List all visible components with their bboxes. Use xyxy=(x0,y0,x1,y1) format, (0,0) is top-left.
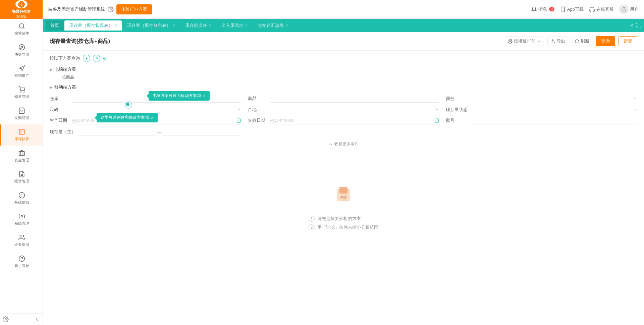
sidebar-item-purchase[interactable]: 采购管理 xyxy=(0,103,43,124)
tab-inventory-dist[interactable]: 现存量（库存分布表） × xyxy=(122,20,180,31)
sidebar-item-basic-info[interactable]: 基础信息 xyxy=(0,188,43,209)
tab-home[interactable]: 首页 xyxy=(46,20,64,31)
app-download-item[interactable]: App下载 xyxy=(560,6,584,12)
sidebar-item-quick-nav[interactable]: 快捷导航 xyxy=(0,40,43,61)
scheme-desktop-sub-label: 按商品 xyxy=(62,74,74,80)
color-select[interactable] xyxy=(468,95,637,102)
sidebar-item-sales[interactable]: 销售管理 xyxy=(0,82,43,103)
svg-point-2 xyxy=(19,24,24,28)
dot-indicator xyxy=(126,103,129,106)
sidebar-item-marketing[interactable]: 营销推广 xyxy=(0,61,43,82)
svg-point-7 xyxy=(24,92,24,93)
tab-inventory-status-close[interactable]: × xyxy=(115,23,117,28)
tab-receive-send[interactable]: 收发存汇总表 × xyxy=(253,20,293,31)
tab-close-all-icon[interactable]: × xyxy=(630,22,633,29)
logo-icon: 6 xyxy=(15,0,28,8)
sidebar-item-finance[interactable]: 资金管理 xyxy=(0,146,43,167)
stock-status-select[interactable] xyxy=(470,106,637,113)
online-support-item[interactable]: 在线客服 xyxy=(589,6,614,12)
quantity-from-input[interactable] xyxy=(78,128,156,136)
sidebar-bottom xyxy=(0,313,43,325)
tree-mobile-expand-icon[interactable]: ▶ xyxy=(50,85,52,90)
main-content: 装备及固定资产辅助管理系统 体验行业方案 消息 9 App下载 在线客服 xyxy=(43,0,644,325)
scheme-mobile-label: 移动端方案 xyxy=(54,84,76,90)
sidebar: 6 畅通好生意 标准版 搜索菜单 快捷导航 营销推广 销售管理 采购管理 xyxy=(0,0,43,325)
sidebar-item-inventory[interactable]: 库存核算 xyxy=(0,124,43,146)
quantity-to-input[interactable] xyxy=(163,128,241,136)
svg-point-39 xyxy=(344,196,346,197)
page-inner: 现存量查询(按仓库+商品) 按模板打印 导出 刷新 查 xyxy=(43,32,644,325)
export-btn[interactable]: 导出 xyxy=(547,37,568,46)
scheme-tree-desktop: ▶ 电脑端方案 xyxy=(50,65,637,73)
dot-circle xyxy=(126,103,129,106)
scheme-desktop-label: 电脑端方案 xyxy=(54,66,76,72)
origin-select[interactable] xyxy=(270,106,439,113)
sidebar-item-label: 快捷导航 xyxy=(14,52,29,57)
expiry-date-label: 失效日期 xyxy=(248,117,268,123)
avatar xyxy=(619,5,629,14)
tab-receive-send-close[interactable]: × xyxy=(286,23,288,28)
tab-inventory-dist-close[interactable]: × xyxy=(173,23,175,28)
filter-stock-status: 现存量状态 xyxy=(446,106,637,113)
svg-point-17 xyxy=(20,235,22,237)
template-print-btn[interactable]: 按模板打印 xyxy=(505,37,544,46)
step1-num: 1 xyxy=(309,216,315,222)
expiry-date-calendar-icon[interactable] xyxy=(434,118,439,123)
tab-inventory-status[interactable]: 现存量（库存状况表） × xyxy=(64,20,122,31)
tab-home-label: 首页 xyxy=(50,22,59,29)
tooltip2-close[interactable]: × xyxy=(151,115,154,120)
filter-size: 尺码 xyxy=(50,106,241,113)
page-title: 现存量查询(按仓库+商品) xyxy=(50,38,110,45)
filter-add-btn[interactable]: + xyxy=(83,55,90,62)
header-right: 消息 9 App下载 在线客服 用户 xyxy=(531,5,639,14)
tab-in-out-flow[interactable]: 出入库流水 × xyxy=(217,20,252,31)
tab-batch-ledger-close[interactable]: × xyxy=(209,23,211,28)
expiry-date-container xyxy=(270,116,439,124)
tab-in-out-flow-close[interactable]: × xyxy=(245,23,248,28)
svg-rect-9 xyxy=(19,129,24,134)
sidebar-item-label: 销售管理 xyxy=(14,94,29,99)
color-dropdown-icon xyxy=(633,97,637,101)
user-item[interactable]: 用户 xyxy=(619,5,639,14)
product-select[interactable]: ··· xyxy=(270,95,439,103)
svg-rect-25 xyxy=(509,42,512,43)
gear-bottom-icon[interactable] xyxy=(3,316,9,322)
origin-dropdown-icon xyxy=(435,107,439,111)
notification-item[interactable]: 消息 9 xyxy=(531,6,554,12)
sidebar-item-operations[interactable]: 经营管理 xyxy=(0,167,43,188)
sidebar-menu: 搜索菜单 快捷导航 营销推广 销售管理 采购管理 库存核算 资金 xyxy=(0,19,43,313)
warehouse-label: 仓库 xyxy=(50,96,70,102)
collapse-sidebar-icon[interactable] xyxy=(34,316,40,322)
compass-icon xyxy=(18,44,25,51)
trial-btn[interactable]: 体验行业方案 xyxy=(116,4,152,14)
tooltip1-close[interactable]: × xyxy=(203,93,206,99)
settings-btn[interactable]: 设置 xyxy=(619,36,637,46)
tab-batch-ledger[interactable]: 库存批次账 × xyxy=(180,20,216,31)
filter-back-btn[interactable]: « xyxy=(103,55,106,61)
sidebar-item-label: 系统管理 xyxy=(14,221,29,226)
sidebar-item-system[interactable]: 系统管理 xyxy=(0,209,43,230)
refresh-icon xyxy=(575,39,579,44)
tab-expand-icon[interactable]: ⛶ xyxy=(636,22,641,29)
production-date-calendar-icon[interactable] xyxy=(236,118,241,123)
sidebar-item-search-menu[interactable]: 搜索菜单 xyxy=(0,19,43,40)
svg-rect-36 xyxy=(339,187,347,194)
tree-expand-icon[interactable]: ▶ xyxy=(50,67,52,72)
search-btn[interactable]: 查询 xyxy=(596,36,615,46)
page-actions: 按模板打印 导出 刷新 查询 设置 xyxy=(505,36,637,46)
header-settings-icon[interactable] xyxy=(108,6,114,12)
batch-input[interactable] xyxy=(468,116,637,124)
refresh-label: 刷新 xyxy=(581,38,589,44)
operations-icon xyxy=(18,171,25,177)
tab-receive-send-label: 收发存汇总表 xyxy=(258,22,284,29)
sidebar-item-guide[interactable]: 新手引导 xyxy=(0,251,43,272)
refresh-btn[interactable]: 刷新 xyxy=(572,37,592,46)
svg-rect-31 xyxy=(435,119,439,122)
tab-inventory-dist-label: 现存量（库存分布表） xyxy=(127,22,171,29)
logo-text: 畅通好生意 xyxy=(12,9,31,14)
expiry-date-input[interactable] xyxy=(270,118,433,123)
filter-edit-btn[interactable]: ✎ xyxy=(93,55,100,62)
collapse-btn[interactable]: 收起更多条件 xyxy=(50,139,637,150)
sidebar-item-enterprise[interactable]: 企业协同 xyxy=(0,230,43,251)
size-select[interactable] xyxy=(72,106,241,113)
